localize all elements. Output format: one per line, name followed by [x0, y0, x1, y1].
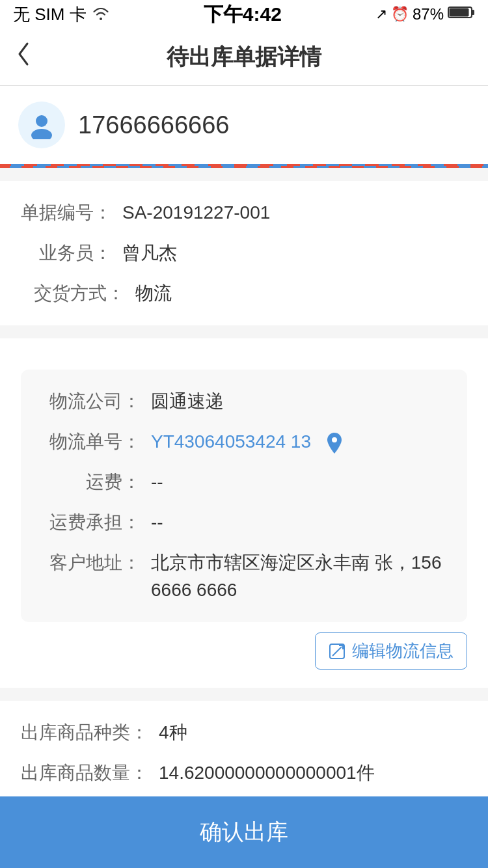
goods-types-label: 出库商品种类：	[21, 719, 148, 746]
freight-value: --	[151, 468, 452, 496]
page-title: 待出库单据详情	[167, 42, 321, 72]
logistics-section: 物流公司： 圆通速递 物流单号： YT43064053424 13 运费： --…	[0, 338, 488, 688]
svg-point-3	[36, 115, 47, 127]
delivery-method-value: 物流	[135, 280, 467, 307]
back-button[interactable]	[16, 41, 31, 73]
customer-phone: 17666666666	[78, 111, 229, 139]
goods-quantity-value: 14.62000000000000001件	[159, 759, 467, 787]
sales-person-label: 业务员：	[21, 239, 112, 267]
sales-person-row: 业务员： 曾凡杰	[21, 239, 467, 267]
status-bar: 无 SIM 卡 下午4:42 ↗ ⏰ 87%	[0, 0, 488, 29]
tracking-number-row: 物流单号： YT43064053424 13	[36, 428, 452, 455]
address-value: 北京市市辖区海淀区永丰南 张，156 6666 6666	[151, 549, 452, 604]
tracking-number-label: 物流单号：	[36, 428, 141, 455]
edit-logistics-button[interactable]: 编辑物流信息	[315, 632, 467, 670]
alarm-icon: ⏰	[391, 6, 409, 23]
customer-header: 17666666666	[0, 86, 488, 166]
location-icon[interactable]	[324, 431, 345, 455]
svg-line-7	[332, 647, 342, 656]
location-status-icon: ↗	[375, 6, 387, 23]
battery-icon	[448, 5, 475, 23]
goods-quantity-row: 出库商品数量： 14.62000000000000001件	[21, 759, 467, 787]
goods-types-value: 4种	[159, 719, 467, 746]
tracking-number-value: YT43064053424 13	[151, 428, 452, 455]
confirm-bar[interactable]: 确认出库	[0, 796, 488, 868]
order-number-value: SA-20191227-001	[122, 199, 467, 226]
edit-btn-container: 编辑物流信息	[21, 622, 467, 670]
delivery-method-label: 交货方式：	[21, 280, 125, 307]
goods-quantity-label: 出库商品数量：	[21, 759, 148, 787]
svg-point-4	[31, 129, 52, 139]
svg-rect-1	[472, 10, 474, 15]
delivery-method-row: 交货方式： 物流	[21, 280, 467, 307]
goods-types-row: 出库商品种类： 4种	[21, 719, 467, 746]
svg-rect-2	[449, 8, 468, 17]
address-row: 客户地址： 北京市市辖区海淀区永丰南 张，156 6666 6666	[36, 549, 452, 604]
wifi-icon	[92, 5, 110, 25]
freight-bearer-label: 运费承担：	[36, 509, 141, 536]
status-right: ↗ ⏰ 87%	[375, 5, 475, 23]
order-number-label: 单据编号：	[21, 199, 112, 226]
freight-bearer-value: --	[151, 509, 452, 536]
address-label: 客户地址：	[36, 549, 141, 576]
svg-point-5	[332, 437, 337, 442]
status-time: 下午4:42	[204, 1, 282, 28]
avatar	[18, 102, 65, 148]
freight-bearer-row: 运费承担： --	[36, 509, 452, 536]
order-number-row: 单据编号： SA-20191227-001	[21, 199, 467, 226]
nav-bar: 待出库单据详情	[0, 29, 488, 86]
confirm-button-label: 确认出库	[200, 817, 288, 847]
battery-label: 87%	[413, 5, 444, 23]
status-left: 无 SIM 卡	[13, 3, 110, 26]
sales-person-value: 曾凡杰	[122, 239, 467, 267]
edit-logistics-label: 编辑物流信息	[352, 640, 454, 662]
logistics-card: 物流公司： 圆通速递 物流单号： YT43064053424 13 运费： --…	[21, 370, 467, 622]
dashed-divider	[0, 166, 488, 168]
logistics-company-label: 物流公司：	[36, 388, 141, 415]
order-info-section: 单据编号： SA-20191227-001 业务员： 曾凡杰 交货方式： 物流	[0, 181, 488, 325]
freight-row: 运费： --	[36, 468, 452, 496]
logistics-company-value: 圆通速递	[151, 388, 452, 415]
logistics-company-row: 物流公司： 圆通速递	[36, 388, 452, 415]
edit-icon	[329, 643, 346, 660]
carrier-label: 无 SIM 卡	[13, 3, 87, 26]
freight-label: 运费：	[36, 468, 141, 496]
